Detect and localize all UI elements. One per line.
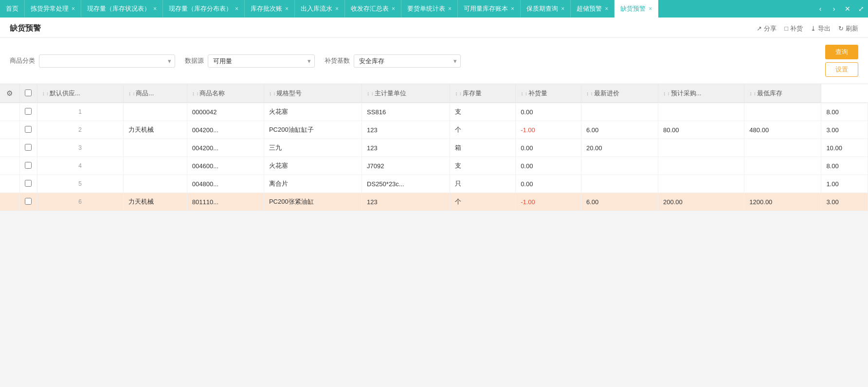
close-tab-10[interactable]: × <box>605 5 608 12</box>
tab-picking-exception[interactable]: 拣货异常处理 × <box>25 0 81 18</box>
cell-stock: 0.00 <box>516 139 581 157</box>
replenish-basis-select[interactable]: 安全库存 <box>354 54 461 68</box>
export-button[interactable]: ⤓ 导出 <box>811 24 831 33</box>
replenish-basis-label: 补货基数 <box>325 56 350 65</box>
replenish-basis-filter-group: 补货基数 安全库存 <box>325 54 461 68</box>
row-checkbox[interactable] <box>25 180 32 187</box>
category-select[interactable] <box>39 54 175 68</box>
tab-requisition[interactable]: 要货单统计表 × <box>401 0 458 18</box>
cell-product-code: 801110... <box>187 193 264 211</box>
tab-close-current[interactable]: ✕ <box>841 0 854 18</box>
th-unit[interactable]: ↕主计量单位 <box>362 84 450 103</box>
tab-inventory-status[interactable]: 现存量（库存状况表） × <box>81 0 163 18</box>
row-checkbox-cell <box>19 193 37 211</box>
th-latest-price[interactable]: ↕最新进价 <box>581 84 658 103</box>
cell-replenish-qty: 20.00 <box>581 139 658 157</box>
replenish-button[interactable]: □ 补货 <box>784 24 803 33</box>
sort-arrow: ↕ <box>46 91 49 96</box>
share-button[interactable]: ↗ 分享 <box>757 24 777 33</box>
row-checkbox[interactable] <box>25 162 32 169</box>
row-checkbox[interactable] <box>25 108 32 115</box>
settings-button[interactable]: 设置 <box>825 62 858 77</box>
cell-replenish-qty: 6.00 <box>581 121 658 139</box>
sort-arrow-7: ↕ <box>525 91 527 96</box>
th-stock[interactable]: ↕库存量 <box>450 84 516 103</box>
close-tab-8[interactable]: × <box>511 5 514 12</box>
th-product-code[interactable]: ↕商品... <box>123 84 187 103</box>
cell-product-code: 004200... <box>187 121 264 139</box>
share-icon: ↗ <box>757 25 762 32</box>
row-checkbox[interactable] <box>25 126 32 133</box>
tab-shortage-warning[interactable]: 缺货预警 × <box>615 0 658 18</box>
replenish-basis-select-wrapper: 安全库存 <box>354 54 461 68</box>
table-row: 5004800...离合片DS250*23c...只0.001.00 <box>0 175 868 193</box>
cell-latest-price <box>658 103 744 121</box>
tab-inventory-distribution[interactable]: 现存量（库存分布表） × <box>163 0 245 18</box>
row-number: 4 <box>37 157 123 175</box>
cell-product-code: 0000042 <box>187 103 264 121</box>
th-product-name[interactable]: ↕商品名称 <box>187 84 264 103</box>
tab-overstock[interactable]: 超储预警 × <box>571 0 615 18</box>
th-spec[interactable]: ↕规格型号 <box>264 84 362 103</box>
sort-arrow-9: ↕ <box>668 91 670 96</box>
cell-stock: 0.00 <box>516 157 581 175</box>
cell-replenish-qty <box>581 103 658 121</box>
category-label: 商品分类 <box>10 56 35 65</box>
cell-product-name: 火花塞 <box>264 157 362 175</box>
header-actions: ↗ 分享 □ 补货 ⤓ 导出 ↻ 刷新 <box>757 24 858 33</box>
cell-spec: SS816 <box>362 103 450 121</box>
tab-expand[interactable]: ⤢ <box>854 0 868 18</box>
sort-arrow-8: ↕ <box>591 91 593 96</box>
export-icon: ⤓ <box>811 25 816 32</box>
tab-nav-next[interactable]: › <box>827 0 841 18</box>
cell-latest-price <box>658 139 744 157</box>
row-checkbox[interactable] <box>25 198 32 205</box>
close-tab-6[interactable]: × <box>392 5 395 12</box>
close-tab-9[interactable]: × <box>561 5 564 12</box>
close-tab-2[interactable]: × <box>153 5 157 12</box>
tab-expiry-query[interactable]: 保质期查询 × <box>521 0 571 18</box>
datasource-select[interactable]: 可用量 <box>208 54 315 68</box>
row-gear-cell <box>0 121 19 139</box>
cell-latest-price: 200.00 <box>658 193 744 211</box>
close-tab-11[interactable]: × <box>649 5 652 12</box>
tab-batch-account[interactable]: 库存批次账 × <box>245 0 295 18</box>
close-tab-7[interactable]: × <box>448 5 452 12</box>
close-tab-4[interactable]: × <box>285 5 289 12</box>
page-header: 缺货预警 ↗ 分享 □ 补货 ⤓ 导出 ↻ 刷新 <box>0 18 868 38</box>
filter-actions: 查询 设置 <box>825 45 858 77</box>
query-button[interactable]: 查询 <box>825 45 858 59</box>
cell-latest-price <box>658 157 744 175</box>
close-tab-5[interactable]: × <box>335 5 339 12</box>
th-min-stock[interactable]: ↕最低库存 <box>744 84 821 103</box>
refresh-button[interactable]: ↻ 刷新 <box>838 24 858 33</box>
sort-arrow-4: ↕ <box>273 91 275 96</box>
tab-available-stock[interactable]: 可用量库存账本 × <box>458 0 521 18</box>
tab-nav-prev[interactable]: ‹ <box>814 0 827 18</box>
row-checkbox[interactable] <box>25 144 32 151</box>
cell-spec: DS250*23c... <box>362 175 450 193</box>
cell-latest-price: 80.00 <box>658 121 744 139</box>
select-all-checkbox[interactable] <box>25 89 32 96</box>
cell-product-name: 离合片 <box>264 175 362 193</box>
table-header-row: ⚙ ↕默认供应... ↕商品... ↕商品名称 ↕规格型号 <box>0 84 868 103</box>
cell-product-name: 火花塞 <box>264 103 362 121</box>
th-default-supplier[interactable]: ↕默认供应... <box>37 84 123 103</box>
close-tab-1[interactable]: × <box>72 5 75 12</box>
sort-arrow-6: ↕ <box>459 91 462 96</box>
tab-summary[interactable]: 收发存汇总表 × <box>345 0 401 18</box>
cell-product-name: 三九 <box>264 139 362 157</box>
cell-est-purchase <box>744 157 821 175</box>
tab-inout-flow[interactable]: 出入库流水 × <box>295 0 345 18</box>
th-replenish-qty[interactable]: ↕补货量 <box>516 84 581 103</box>
row-gear-cell <box>0 103 19 121</box>
tab-home[interactable]: 首页 <box>0 0 25 18</box>
th-checkbox[interactable] <box>19 84 37 103</box>
datasource-label: 数据源 <box>185 56 204 65</box>
close-tab-3[interactable]: × <box>235 5 238 12</box>
cell-product-code: 004600... <box>187 157 264 175</box>
th-est-purchase[interactable]: ↕预计采购... <box>658 84 744 103</box>
th-gear[interactable]: ⚙ <box>0 84 19 103</box>
cell-spec: 123 <box>362 193 450 211</box>
page-title: 缺货预警 <box>10 23 757 34</box>
